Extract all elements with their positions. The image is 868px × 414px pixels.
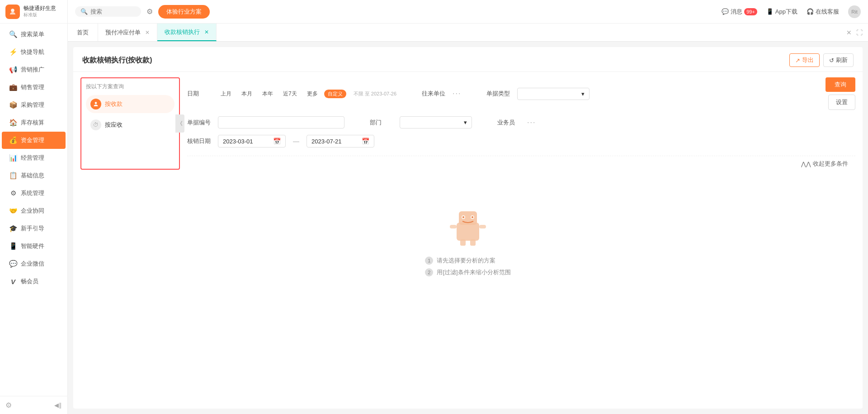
filter-panel-collapse[interactable]: 《	[175, 114, 184, 133]
date-btn-this-year[interactable]: 本年	[259, 89, 277, 99]
member-icon: V	[9, 278, 17, 286]
sidebar: 畅捷通好生意 标准版 🔍 搜索菜单 ⚡ 快捷导航 📢 营销推广 💼 销售管理 📦…	[0, 0, 68, 414]
svg-point-1	[95, 102, 97, 104]
collapse-more-button[interactable]: ⋀⋀ 收起更多条件	[801, 160, 848, 168]
sidebar-item-basic-info[interactable]: 📋 基础信息	[2, 167, 66, 184]
enterprise-icon: 🤝	[9, 207, 17, 215]
user-item[interactable]: Rit	[848, 5, 861, 18]
page-header: 收款核销执行(按收款) ↗ 导出 ↺ 刷新	[73, 47, 863, 72]
tab-receivables[interactable]: 收款核销执行 ✕	[157, 24, 217, 41]
sidebar-item-purchase[interactable]: 📦 采购管理	[2, 96, 66, 114]
sidebar-item-label: 销售管理	[21, 83, 44, 91]
sidebar-collapse-btn[interactable]: ◀‖	[54, 402, 62, 409]
verify-date-start-text: 2023-03-01	[223, 138, 253, 145]
setting-button[interactable]: 设置	[828, 95, 855, 110]
dept-label: 部门	[370, 119, 392, 127]
purchase-icon: 📦	[9, 101, 17, 109]
sidebar-item-enterprise[interactable]: 🤝 企业协同	[2, 202, 66, 219]
filter-right-fields: 日期 上月 本月 本年 近7天 更多 自定义 不限 至 2023-07-26 往…	[187, 77, 855, 170]
svg-rect-8	[450, 225, 457, 228]
quick-nav-icon: ⚡	[9, 48, 17, 56]
logo-icon	[5, 5, 20, 19]
filter-row-2: 单据编号 部门 ▾ 业务员 ···	[187, 116, 855, 128]
tab-prepay-close[interactable]: ✕	[145, 29, 150, 36]
tabbar: 首页 预付冲应付单 ✕ 收款核销执行 ✕ ✕ ⛶	[68, 24, 868, 42]
online-service-item[interactable]: 🎧 在线客服	[807, 8, 839, 16]
marketing-icon: 📢	[9, 66, 17, 74]
avatar: Rit	[848, 5, 861, 18]
tab-prepay[interactable]: 预付冲应付单 ✕	[98, 24, 157, 41]
verify-date-label: 核销日期	[187, 137, 211, 145]
basic-info-icon: 📋	[9, 171, 17, 180]
export-button[interactable]: ↗ 导出	[789, 53, 820, 67]
tab-receivables-close[interactable]: ✕	[204, 29, 209, 35]
sidebar-item-marketing[interactable]: 📢 营销推广	[2, 61, 66, 78]
verify-date-start[interactable]: 2023-03-01 📅	[218, 135, 286, 148]
tab-close-icon[interactable]: ✕	[846, 29, 852, 36]
search-menu-icon: 🔍	[9, 30, 17, 38]
partner-label: 往来单位	[422, 90, 445, 98]
filter-option-label: 按应收	[105, 121, 123, 129]
filter-option-by-receivable[interactable]: ⏱ 按应收	[86, 116, 175, 134]
refresh-button[interactable]: ↺ 刷新	[823, 53, 854, 67]
settings-bottom-icon[interactable]: ⚙	[5, 401, 12, 409]
date-btn-more[interactable]: 更多	[303, 89, 321, 99]
sidebar-item-wechat[interactable]: 💬 企业微信	[2, 255, 66, 272]
sidebar-item-label: 系统管理	[21, 189, 44, 197]
sidebar-item-inventory[interactable]: 🏠 库存核算	[2, 114, 66, 131]
filter-option-label: 按收款	[105, 100, 123, 108]
svg-point-0	[11, 9, 14, 12]
empty-hint-1: 1 请先选择要分析的方案	[425, 257, 510, 265]
date-custom-badge[interactable]: 自定义	[324, 90, 346, 98]
sidebar-item-label: 采购管理	[21, 101, 44, 109]
doc-num-input[interactable]	[218, 116, 344, 128]
doc-type-select[interactable]: ▾	[517, 88, 590, 100]
page-header-actions: ↗ 导出 ↺ 刷新	[789, 53, 854, 67]
date-btn-last-month[interactable]: 上月	[217, 89, 235, 99]
sidebar-item-search[interactable]: 🔍 搜索菜单	[2, 26, 66, 43]
page-wrapper: 收款核销执行(按收款) ↗ 导出 ↺ 刷新 按以下方案查询	[73, 47, 863, 409]
search-input[interactable]	[90, 8, 136, 15]
refresh-icon: ↺	[829, 57, 834, 64]
query-button[interactable]: 查询	[826, 77, 855, 92]
filter-option-by-receipt[interactable]: 按收款	[86, 95, 175, 113]
sidebar-item-sales[interactable]: 💼 销售管理	[2, 79, 66, 96]
service-icon: 🎧	[807, 8, 814, 15]
sidebar-item-system[interactable]: ⚙ 系统管理	[2, 185, 66, 202]
tab-expand-icon[interactable]: ⛶	[856, 29, 863, 36]
date-btn-this-month[interactable]: 本月	[238, 89, 256, 99]
app-download-item[interactable]: 📱 App下载	[766, 8, 797, 16]
date-btn-7days[interactable]: 近7天	[279, 89, 301, 99]
topbar-search-box[interactable]: 🔍	[75, 6, 141, 17]
sidebar-item-hardware[interactable]: 📱 智能硬件	[2, 238, 66, 255]
svg-rect-9	[479, 225, 486, 228]
tab-home[interactable]: 首页	[68, 24, 98, 41]
empty-hint-1-text: 请先选择要分析的方案	[437, 257, 495, 265]
filter-row-3: 核销日期 2023-03-01 📅 — 2023-07-21 📅	[187, 135, 855, 148]
verify-date-end[interactable]: 2023-07-21 📅	[307, 135, 374, 148]
partner-input[interactable]: ···	[453, 90, 461, 98]
filter-left-panel: 按以下方案查询 按收款 ⏱ 按应收 《	[80, 77, 180, 170]
sidebar-item-quick[interactable]: ⚡ 快捷导航	[2, 43, 66, 61]
date-label: 日期	[187, 90, 210, 98]
topbar-gear-icon[interactable]: ⚙	[146, 7, 153, 16]
tab-home-label: 首页	[77, 29, 89, 37]
date-hint: 不限 至 2023-07-26	[354, 90, 396, 97]
management-icon: 📊	[9, 154, 17, 162]
filter-row-1: 日期 上月 本月 本年 近7天 更多 自定义 不限 至 2023-07-26 往…	[187, 77, 855, 110]
sales-icon: 💼	[9, 83, 17, 91]
user-initials: Rit	[851, 9, 857, 14]
dept-select[interactable]: ▾	[400, 116, 472, 128]
online-service-label: 在线客服	[816, 8, 839, 16]
sidebar-logo: 畅捷通好生意 标准版	[0, 0, 67, 24]
sidebar-item-management[interactable]: 📊 经营管理	[2, 149, 66, 167]
sidebar-item-member[interactable]: V 畅会员	[2, 273, 66, 290]
messages-label: 消息	[731, 8, 742, 16]
solution-button[interactable]: 体验行业方案	[158, 5, 210, 19]
staff-input[interactable]: ···	[527, 119, 536, 127]
dept-chevron: ▾	[464, 119, 467, 126]
verify-date-end-text: 2023-07-21	[311, 138, 342, 145]
messages-item[interactable]: 💬 消息 99+	[722, 8, 757, 16]
sidebar-item-guide[interactable]: 🎓 新手引导	[2, 220, 66, 237]
sidebar-item-finance[interactable]: 💰 资金管理	[2, 132, 66, 149]
